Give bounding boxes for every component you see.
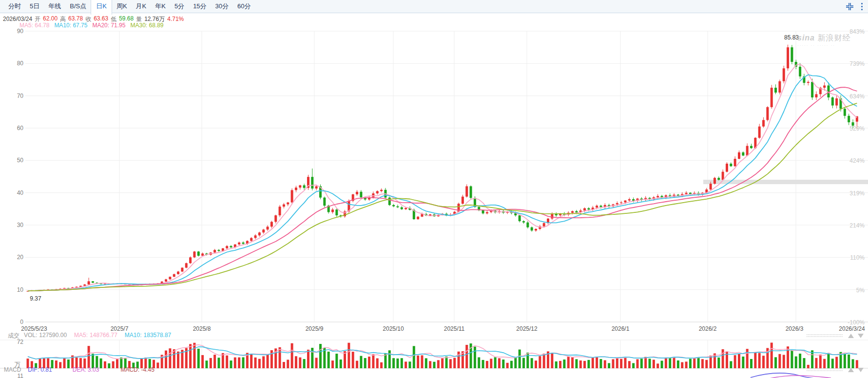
grip-dot <box>814 370 815 371</box>
candle-body <box>791 47 793 62</box>
volume-bar <box>165 351 167 368</box>
volume-bar <box>823 359 826 368</box>
grip-dot <box>818 336 819 337</box>
tab-5日[interactable]: 5日 <box>25 0 44 14</box>
volume-bar <box>396 359 399 368</box>
candle-body <box>465 186 468 196</box>
tab-年K[interactable]: 年K <box>151 0 170 14</box>
grip-dot <box>815 368 816 369</box>
volume-bar <box>685 361 688 368</box>
candle-body <box>181 268 183 272</box>
volume-bar <box>478 357 480 368</box>
grip-dot <box>810 370 810 371</box>
grip-dot <box>833 368 834 369</box>
candle-body <box>717 178 720 180</box>
candle-body <box>734 159 736 166</box>
x-axis-date-label: 2025/11 <box>444 325 465 332</box>
tab-年线[interactable]: 年线 <box>44 0 65 14</box>
candle-body <box>83 284 86 286</box>
candle-body <box>173 274 175 277</box>
price-annotation: 85.83 <box>784 34 799 41</box>
candle-body <box>279 207 281 215</box>
candle-body <box>522 221 525 223</box>
vol-value: 127590.00 <box>39 332 67 340</box>
volume-bar <box>413 346 415 368</box>
vol-ma10-value: 183578.87 <box>144 332 172 340</box>
candle-body <box>486 212 488 213</box>
volume-bar <box>319 344 322 368</box>
kebab-menu-icon[interactable] <box>861 2 863 11</box>
volume-bar <box>592 357 594 368</box>
tab-月K[interactable]: 月K <box>132 0 151 14</box>
candle-body <box>380 190 383 191</box>
candle-body <box>315 186 318 189</box>
tab-15分[interactable]: 15分 <box>189 0 211 14</box>
tab-5分[interactable]: 5分 <box>170 0 189 14</box>
volume-pane <box>0 340 868 368</box>
pane-collapse-icon[interactable] <box>858 334 864 338</box>
volume-bar <box>213 355 216 368</box>
y-axis-label-right: 843% <box>849 28 865 35</box>
candle-body <box>197 251 200 256</box>
tab-日K[interactable]: 日K <box>91 0 112 15</box>
grip-dot <box>842 336 843 337</box>
tab-30分[interactable]: 30分 <box>211 0 233 14</box>
x-axis-date-label: 2026/1 <box>612 325 630 332</box>
ma-legend-ma10: MA10: 67.75 <box>54 22 87 29</box>
volume-bar <box>758 353 761 368</box>
volume-bar <box>315 358 318 368</box>
candle-body <box>758 127 761 138</box>
ma-legend-ma5: MA5: 64.78 <box>19 22 49 29</box>
y-axis-label-left: 40 <box>17 189 24 196</box>
tab-B/S点[interactable]: B/S点 <box>65 0 91 14</box>
candle-body <box>417 217 419 219</box>
candle-body <box>730 164 732 166</box>
grip-dot <box>840 368 841 369</box>
y-axis-label-right: 529% <box>849 125 865 132</box>
volume-pane-resize-grip[interactable] <box>807 334 864 338</box>
volume-bar <box>831 359 834 368</box>
volume-bar <box>291 343 293 368</box>
grip-dot <box>812 370 813 371</box>
volume-bar <box>571 357 574 368</box>
volume-bar <box>705 360 708 368</box>
volume-bar <box>486 361 488 368</box>
volume-bar <box>441 358 444 368</box>
tab-分时[interactable]: 分时 <box>4 0 25 14</box>
volume-bar <box>539 356 541 368</box>
pane-expand-icon[interactable] <box>848 334 854 338</box>
change-percent: 4.71% <box>167 16 184 22</box>
grip-dot <box>824 334 825 335</box>
candle-body <box>526 223 529 227</box>
price-annotation: 9.37 <box>30 295 41 302</box>
volume-bar <box>774 357 777 368</box>
volume-bar <box>449 359 452 368</box>
candle-body <box>421 214 423 216</box>
volume-bar <box>734 355 736 368</box>
volume-bar <box>608 363 610 368</box>
grip-dot <box>807 368 808 369</box>
kline-chart-canvas[interactable]: 9080706050403020100843%739%634%529%424%3… <box>0 0 868 378</box>
candle-body <box>583 208 586 211</box>
candle-body <box>848 116 850 122</box>
ma-legend-ma20: MA20: 71.95 <box>92 22 125 29</box>
volume-bar <box>531 358 533 368</box>
volume-bar <box>778 354 781 368</box>
volume-bar <box>189 344 192 368</box>
volume-bar <box>340 359 342 368</box>
grip-dot <box>827 334 828 335</box>
candle-body <box>274 215 277 222</box>
tab-60分[interactable]: 60分 <box>233 0 255 14</box>
volume-bar <box>649 359 651 368</box>
candle-body <box>79 286 82 287</box>
volume-bar <box>596 357 598 368</box>
collapse-icon[interactable] <box>846 2 854 11</box>
volume-bar <box>502 359 504 368</box>
tab-周K[interactable]: 周K <box>112 0 132 14</box>
candle-body <box>283 205 285 207</box>
grip-dot <box>839 336 840 337</box>
dif-item: DIF: 0.81 <box>28 366 52 373</box>
pane-collapse-icon[interactable] <box>858 368 864 372</box>
candle-body <box>835 98 838 106</box>
grip-dot <box>818 368 819 369</box>
